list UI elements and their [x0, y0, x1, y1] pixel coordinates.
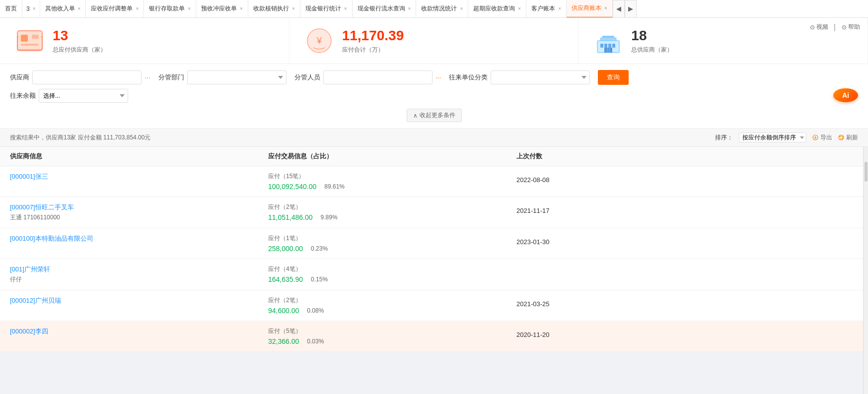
scroll-thumb[interactable] [865, 162, 868, 182]
row2-trans-amount[interactable]: 11,051,486.00 [268, 213, 313, 221]
row4-trans-label: 应付（4笔） [268, 265, 516, 273]
supplier-dots[interactable]: ··· [145, 73, 150, 81]
collapse-button[interactable]: ∧ 收起更多条件 [407, 109, 462, 122]
nav-tab-supplier-ledger-close[interactable]: × [604, 5, 607, 11]
nav-tab-receipt-stat[interactable]: 收款情况统计 × [416, 0, 468, 18]
col-header-supplier: 供应商信息 [10, 152, 268, 161]
table-row: [000002]李四 应付（5笔） 32,366.00 0.03% 2020-1… [0, 321, 863, 352]
row6-trans-amount[interactable]: 32,366.00 [268, 337, 299, 345]
nav-tab-prepay[interactable]: 预收冲应收单 × [196, 0, 248, 18]
nav-tab-cash-bank-flow-label: 现金银行流水查询 [358, 4, 405, 13]
row1-trans-label: 应付（15笔） [268, 172, 516, 181]
svg-rect-9 [600, 44, 603, 48]
row6-lastpay: 2020-11-20 [516, 327, 853, 338]
row5-trans-amount[interactable]: 94,600.00 [268, 307, 299, 315]
row2-supplier-link[interactable]: [000007]恒旺二手叉车 [10, 203, 74, 211]
payable-total-label: 应付合计（万） [342, 46, 404, 54]
nav-tab-cash-bank-flow-close[interactable]: × [408, 6, 411, 11]
nav-tab-customer-ledger-close[interactable]: × [558, 6, 561, 11]
nav-tab-prepay-close[interactable]: × [240, 6, 243, 11]
col-header-lastpay: 上次付数 [516, 152, 853, 161]
balance-select[interactable]: 选择... [39, 89, 128, 103]
video-label: 视频 [816, 23, 828, 31]
content-area: 供应商信息 应付交易信息（占比） 上次付数 [000001]张三 应付（15笔）… [0, 147, 868, 394]
row5-trans-label: 应付（2笔） [268, 296, 516, 305]
row5-trans-percent: 0.08% [307, 307, 324, 314]
dept-select[interactable] [187, 70, 287, 84]
row6-supplier-link[interactable]: [000002]李四 [10, 328, 48, 335]
supplier-input[interactable] [32, 70, 142, 84]
row3-trans-amount[interactable]: 258,000.00 [268, 245, 303, 253]
nav-tab-home[interactable]: 首页 [0, 0, 22, 18]
row1-trans-row: 100,092,540.00 89.61% [268, 183, 516, 191]
nav-tab-other-income[interactable]: 其他收入单 × [40, 0, 86, 18]
nav-tab-receipt[interactable]: 收款核销执行 × [248, 0, 300, 18]
row2-transaction: 应付（2笔） 11,051,486.00 9.89% [268, 203, 516, 221]
row6-trans-percent: 0.03% [307, 338, 324, 345]
row4-trans-percent: 0.15% [311, 276, 328, 283]
nav-tab-ar-ap-adjust[interactable]: 应收应付调整单 × [86, 0, 144, 18]
help-link[interactable]: ⊙ 帮助 [842, 23, 860, 31]
nav-tab-overdue[interactable]: 超期应收款查询 × [468, 0, 526, 18]
row4-trans-amount[interactable]: 164,635.90 [268, 275, 303, 283]
person-dots[interactable]: ··· [435, 73, 441, 81]
nav-tab-overdue-close[interactable]: × [518, 6, 521, 11]
payable-suppliers-icon [15, 26, 45, 56]
nav-tab-receipt-stat-close[interactable]: × [460, 6, 463, 11]
nav-tab-3-close[interactable]: × [33, 6, 36, 11]
nav-tab-cash-bank-flow[interactable]: 现金银行流水查询 × [353, 0, 417, 18]
nav-tab-receipt-close[interactable]: × [292, 6, 295, 11]
sort-select[interactable]: 按应付余额倒序排序 [739, 132, 806, 142]
svg-rect-1 [21, 35, 28, 42]
filter-bar: 供应商 ··· 分管部门 分管人员 ··· 往来单位分类 [0, 64, 868, 129]
balance-label: 往来余额 [10, 91, 36, 100]
nav-tab-other-income-close[interactable]: × [78, 6, 81, 11]
refresh-button[interactable]: 刷新 [838, 133, 858, 142]
ai-badge[interactable]: Ai [833, 88, 858, 102]
row6-trans-row: 32,366.00 0.03% [268, 337, 516, 345]
help-icon: ⊙ [842, 24, 847, 31]
row3-supplier-link[interactable]: [000100]本特勤油品有限公司 [10, 235, 93, 242]
nav-tab-cash-bank-stat-close[interactable]: × [344, 6, 347, 11]
nav-tab-ar-ap-adjust-close[interactable]: × [136, 6, 139, 11]
row2-trans-label: 应付（2笔） [268, 203, 516, 211]
nav-tab-3[interactable]: 3 × [22, 0, 40, 18]
search-button[interactable]: 查询 [598, 70, 629, 85]
svg-rect-7 [600, 38, 616, 41]
filter-row-1: 供应商 ··· 分管部门 分管人员 ··· 往来单位分类 [10, 70, 858, 85]
nav-prev-arrow[interactable]: ◀ [613, 0, 625, 18]
row5-supplier-link[interactable]: [000012]广州贝瑞 [10, 297, 61, 304]
nav-tab-bank-deposit[interactable]: 银行存取款单 × [144, 0, 196, 18]
row6-trans-label: 应付（5笔） [268, 327, 516, 335]
nav-tab-ar-ap-adjust-label: 应收应付调整单 [91, 4, 133, 13]
person-input[interactable] [323, 70, 433, 84]
row1-supplier-link[interactable]: [000001]张三 [10, 173, 48, 180]
total-suppliers-num: 18 [631, 28, 673, 44]
category-select[interactable] [491, 70, 590, 84]
nav-tab-bank-deposit-close[interactable]: × [188, 6, 191, 11]
row2-lastpay: 2021-11-17 [516, 203, 853, 214]
nav-next-arrow[interactable]: ▶ [625, 0, 637, 18]
scrollbar[interactable] [863, 147, 868, 394]
svg-rect-8 [602, 36, 614, 38]
table-row: [001]广州荣轩 仔仔 应付（4笔） 164,635.90 0.15% [0, 259, 863, 290]
svg-text:¥: ¥ [316, 36, 322, 46]
collapse-up-icon: ∧ [413, 112, 418, 119]
row1-trans-amount[interactable]: 100,092,540.00 [268, 183, 316, 191]
summary-card-payable-total: ¥ 11,170.39 应付合计（万） [289, 18, 579, 64]
payable-suppliers-num: 13 [53, 28, 106, 44]
export-button[interactable]: 导出 [812, 133, 832, 142]
nav-tab-customer-ledger[interactable]: 客户账本 × [526, 0, 567, 18]
payable-total-icon: ¥ [304, 26, 334, 56]
row5-supplier: [000012]广州贝瑞 [10, 296, 268, 305]
nav-tab-supplier-ledger[interactable]: 供应商账本 × [567, 0, 613, 18]
nav-tab-supplier-ledger-label: 供应商账本 [572, 4, 601, 12]
help-links: ⊙ 视频 │ ⊙ 帮助 [810, 23, 861, 31]
row3-supplier: [000100]本特勤油品有限公司 [10, 234, 268, 243]
nav-tab-cash-bank-stat[interactable]: 现金银行统计 × [300, 0, 353, 18]
filter-item-category: 往来单位分类 [449, 70, 590, 84]
summary-card-payable-suppliers: 13 总应付供应商（家） [0, 18, 289, 64]
row4-supplier-link[interactable]: [001]广州荣轩 [10, 265, 50, 273]
row1-lastpay-date: 2022-08-08 [516, 176, 853, 184]
video-link[interactable]: ⊙ 视频 [810, 23, 828, 31]
